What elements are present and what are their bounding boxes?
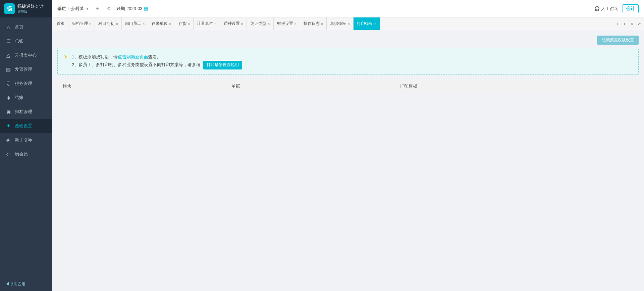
tab-partner[interactable]: 往来单位 × [148, 17, 175, 30]
sidebar-item-reports[interactable]: △ 云报表中心 [0, 48, 52, 62]
tab-scroll-right[interactable]: › [621, 20, 628, 27]
sidebar-item-invoice[interactable]: ▤ 发票管理 [0, 62, 52, 77]
tab-print-template-close[interactable]: × [374, 22, 376, 26]
company-dropdown-icon: ▼ [86, 7, 89, 11]
period-display: 账期 2023-03 ▦ [116, 6, 148, 12]
logo-icon: 畅 [4, 3, 15, 14]
tab-tax-setting-close[interactable]: × [294, 22, 297, 26]
invoice-icon: ▤ [5, 66, 11, 72]
content-area: 隐藏预置模板设置 ☀ 1、模板添加成功后，请点击刷新新页面查看。 2、多员工、多… [52, 30, 644, 291]
tab-archive[interactable]: 归档管理 × [68, 17, 95, 30]
main-area: 基层工会测试 ▼ ＋ ⚙ 账期 2023-03 ▦ 🎧 人工咨询 会计 首页 归… [52, 0, 644, 291]
tab-voucher-type[interactable]: 凭证类型 × [247, 17, 273, 30]
tab-dept[interactable]: 部门员工 × [122, 17, 148, 30]
tab-print-template[interactable]: 打印模板 × [354, 17, 380, 30]
member-icon: ◇ [5, 151, 11, 157]
tabbar-controls: ‹ › × ⤢ [614, 20, 643, 27]
table-header-document: 单据 [226, 80, 395, 93]
tab-close-all[interactable]: × [629, 20, 635, 27]
table-header-template: 打印模板 [394, 80, 639, 93]
ledger-icon: ☰ [5, 38, 11, 44]
tab-inventory[interactable]: 存货 × [175, 17, 194, 30]
info-text: 1、模板添加成功后，请点击刷新新页面查看。 2、多员工、多打印机、多种业务类型设… [72, 53, 242, 69]
sidebar-item-member[interactable]: ◇ 畅会员 [0, 147, 52, 161]
tab-archive-close[interactable]: × [89, 22, 91, 26]
tab-subject-close[interactable]: × [116, 22, 118, 26]
tab-single-template[interactable]: 单据模板 × [327, 17, 353, 30]
tabbar: 首页 归档管理 × 科目期初 × 部门员工 × 往来单位 × 存货 × 计量单位… [52, 17, 644, 30]
service-button[interactable]: 🎧 人工咨询 [594, 6, 619, 12]
tab-tax-setting[interactable]: 财税设置 × [274, 17, 300, 30]
topbar-right: 🎧 人工咨询 会计 [594, 4, 639, 13]
info-line1: 1、模板添加成功后，请点击刷新新页面查看。 [72, 53, 242, 61]
print-scene-button[interactable]: 打印场景设置说明 [203, 61, 242, 69]
content-actions: 隐藏预置模板设置 [57, 36, 639, 45]
sidebar-item-settings[interactable]: ✦ 基础设置 [0, 119, 52, 133]
sidebar-item-archive[interactable]: ◉ 归档管理 [0, 105, 52, 119]
topbar: 基层工会测试 ▼ ＋ ⚙ 账期 2023-03 ▦ 🎧 人工咨询 会计 [52, 0, 644, 17]
tax-icon: ⛉ [5, 81, 11, 87]
tab-measure[interactable]: 计量单位 × [194, 17, 220, 30]
company-selector[interactable]: 基层工会测试 ▼ [57, 6, 89, 12]
tab-currency[interactable]: 币种设置 × [220, 17, 247, 30]
info-line2: 2、多员工、多打印机、多种业务类型设置不同打印方案等，请参考 打印场景设置说明 [72, 61, 242, 69]
tab-voucher-type-close[interactable]: × [268, 22, 270, 26]
tab-measure-close[interactable]: × [214, 22, 216, 26]
tab-partner-close[interactable]: × [169, 22, 171, 26]
sidebar-item-ledger[interactable]: ☰ 总账 [0, 34, 52, 48]
tab-dept-close[interactable]: × [143, 22, 145, 26]
tab-subject[interactable]: 科目期初 × [95, 17, 121, 30]
hide-preset-button[interactable]: 隐藏预置模板设置 [597, 36, 639, 45]
sidebar-item-guide[interactable]: ◈ 新手引导 [0, 133, 52, 147]
sidebar-item-home[interactable]: ⌂ 首页 [0, 20, 52, 34]
sidebar-logo: 畅 畅捷通好会计 旗舰版 [0, 0, 52, 17]
print-template-table: 模块 单据 打印模板 [57, 80, 639, 93]
logo-text: 畅捷通好会计 旗舰版 [17, 4, 44, 14]
sidebar-item-settle[interactable]: ◈ 结账 [0, 91, 52, 105]
headset-icon: 🎧 [594, 6, 600, 11]
tab-op-log[interactable]: 操作日志 × [300, 17, 327, 30]
settings-icon: ✦ [5, 123, 11, 129]
settle-icon: ◈ [5, 95, 11, 101]
bulb-icon: ☀ [63, 53, 68, 61]
home-icon: ⌂ [5, 25, 11, 30]
guide-icon: ◈ [5, 137, 11, 143]
tab-inventory-close[interactable]: × [188, 22, 190, 26]
calendar-icon[interactable]: ▦ [144, 6, 148, 11]
add-company-button[interactable]: ＋ [93, 5, 101, 12]
sidebar-item-tax[interactable]: ⛉ 税务管理 [0, 77, 52, 91]
unpin-button[interactable]: ◀取消固定 [0, 277, 52, 291]
refresh-link[interactable]: 点击刷新新页面 [118, 54, 148, 59]
tab-single-template-close[interactable]: × [347, 22, 350, 26]
tab-op-log-close[interactable]: × [321, 22, 323, 26]
table-header-module: 模块 [57, 80, 226, 93]
sidebar-nav: ⌂ 首页 ☰ 总账 △ 云报表中心 ▤ 发票管理 ⛉ 税务管理 ◈ 结账 ◉ 归… [0, 17, 52, 277]
company-settings-icon[interactable]: ⚙ [105, 6, 112, 12]
reports-icon: △ [5, 52, 11, 58]
tab-scroll-left[interactable]: ‹ [614, 20, 621, 27]
kuaiji-button[interactable]: 会计 [623, 4, 639, 13]
tab-expand[interactable]: ⤢ [636, 20, 643, 27]
info-box: ☀ 1、模板添加成功后，请点击刷新新页面查看。 2、多员工、多打印机、多种业务类… [57, 48, 639, 75]
archive-icon: ◉ [5, 109, 11, 115]
sidebar: 畅 畅捷通好会计 旗舰版 ⌂ 首页 ☰ 总账 △ 云报表中心 ▤ 发票管理 ⛉ … [0, 0, 52, 291]
tab-currency-close[interactable]: × [241, 22, 243, 26]
tab-home[interactable]: 首页 [53, 17, 68, 30]
